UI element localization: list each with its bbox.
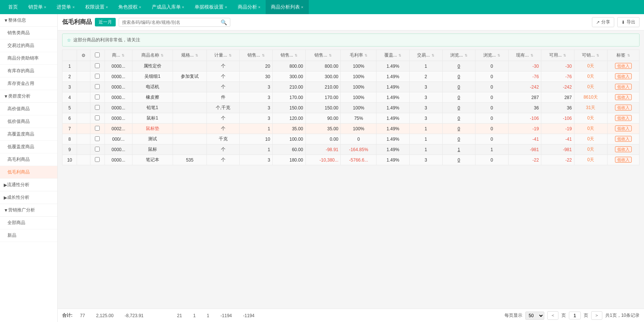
row-checkbox[interactable] [95,74,100,79]
col-checkbox[interactable] [90,50,105,61]
nav-close-icon[interactable]: × [258,5,260,9]
sidebar-item-新品[interactable]: 新品 [0,229,57,242]
row-sales-profit: -10,380... [305,155,341,165]
share-button[interactable]: ↗ 分享 [592,17,614,27]
sidebar-group-流通性分析[interactable]: ▶流通性分析 [0,179,57,191]
sidebar-group-整体信息[interactable]: ▼整体信息 [0,14,57,27]
nav-close-icon[interactable]: × [139,5,141,9]
nav-close-icon[interactable]: × [225,5,227,9]
sidebar-item-低毛利商品[interactable]: 低毛利商品 [0,166,57,179]
sort-icon-name[interactable]: ⇅ [160,54,164,57]
export-icon: ⬇ [621,20,625,25]
sidebar-item-有库存的商品[interactable]: 有库存的商品 [0,65,57,77]
nav-item-首页[interactable]: 首页 [3,0,23,14]
sidebar-item-高覆盖度商品[interactable]: 高覆盖度商品 [0,128,57,141]
row-checkbox[interactable] [95,105,100,110]
row-checkbox[interactable] [95,147,100,152]
row-sales-profit: 210.00 [305,82,341,92]
row-checkbox[interactable] [95,157,100,162]
nav-item-权限设置[interactable]: 权限设置 × [80,0,113,14]
sort-icon-sales_qty[interactable]: ⇅ [261,54,265,57]
sort-icon-gross_margin[interactable]: ⇅ [364,54,368,57]
export-button[interactable]: ⬇ 导出 [617,17,640,27]
row-available: -76 [541,71,574,82]
row-coverage: 1.49% [377,155,410,165]
sort-icon-code[interactable]: ⇅ [121,54,125,57]
nav-close-icon[interactable]: × [182,5,184,9]
nav-item-进货单[interactable]: 进货单 × [51,0,80,14]
sort-icon-coverage[interactable]: ⇅ [398,54,402,57]
nav-close-icon[interactable]: × [72,5,74,9]
row-views1-link[interactable]: 0 [458,137,460,142]
current-page-input[interactable] [569,312,581,319]
sort-icon-saleable[interactable]: ⇅ [596,54,600,57]
sort-icon-sales_profit[interactable]: ⇅ [328,54,332,57]
row-views1-link[interactable]: 0 [458,116,460,121]
row-checkbox[interactable] [95,115,100,120]
nav-close-icon[interactable]: × [301,5,303,9]
row-current-stock: -242 [508,82,541,92]
sort-icon-current_stock[interactable]: ⇅ [529,54,534,57]
nav-item-销货单[interactable]: 销货单 × [23,0,51,14]
prev-page-button[interactable]: ＜ [547,311,558,320]
nav-item-角色授权[interactable]: 角色授权 × [113,0,146,14]
col-settings[interactable]: ⚙ [77,50,90,61]
row-checkbox[interactable] [95,126,100,131]
sort-icon-views1[interactable]: ⇅ [464,54,468,57]
sidebar-item-低价值商品[interactable]: 低价值商品 [0,115,57,128]
row-views1-link[interactable]: 1 [458,147,460,152]
row-code: 0000... [105,92,132,103]
row-checkbox[interactable] [95,63,100,68]
row-views1-link[interactable]: 0 [458,126,460,131]
sort-icon-transaction[interactable]: ⇅ [430,54,435,57]
row-views1-link[interactable]: 0 [458,105,460,111]
sort-icon-sales_amt[interactable]: ⇅ [294,54,298,57]
row-available: -41 [541,134,574,144]
row-sales-amt: 300.00 [273,71,306,82]
nav-item-单据模板设置[interactable]: 单据模板设置 × [189,0,232,14]
sidebar-item-商品分类助销率[interactable]: 商品分类助销率 [0,52,57,65]
row-views1-link[interactable]: 0 [458,64,460,69]
sidebar-item-高价值商品[interactable]: 高价值商品 [0,103,57,115]
row-transaction: 3 [409,82,442,92]
row-checkbox[interactable] [95,95,100,99]
row-tag: 低收入 [607,155,639,165]
row-views1-link[interactable]: 0 [458,157,460,163]
row-views1-link[interactable]: 0 [458,95,460,100]
row-checkbox[interactable] [95,84,100,89]
row-views1-link[interactable]: 0 [458,74,460,79]
row-checkbox[interactable] [95,136,100,141]
nav-item-商品分析[interactable]: 商品分析 × [233,0,266,14]
row-spec [173,82,207,92]
sidebar-group-类群度分析[interactable]: ▼类群度分析 [0,90,57,103]
sidebar-group-成长性分析[interactable]: ▶成长性分析 [0,191,57,204]
sort-icon-views2[interactable]: ⇅ [497,54,501,57]
sort-icon-tag[interactable]: ⇅ [626,54,630,57]
col-current_stock: 现有... ⇅ [508,50,541,61]
sort-icon-spec[interactable]: ⇅ [195,54,199,57]
sort-icon-available[interactable]: ⇅ [563,54,567,57]
sidebar-item-库存资金占用[interactable]: 库存资金占用 [0,77,57,90]
page-size-select[interactable]: 102050100 [525,312,544,320]
sidebar-item-销售类商品[interactable]: 销售类商品 [0,27,57,39]
row-tag: 低收入 [607,61,639,71]
col-no [63,50,77,61]
row-views1-link[interactable]: 0 [458,85,460,90]
nav-item-商品分析列表[interactable]: 商品分析列表 × [266,0,308,14]
select-all-checkbox[interactable] [95,52,100,57]
next-page-button[interactable]: ＞ [591,311,602,320]
sidebar-item-低覆盖度商品[interactable]: 低覆盖度商品 [0,141,57,153]
row-views1: 0 [442,61,475,71]
sort-icon-unit[interactable]: ⇅ [228,54,232,57]
sidebar-item-高毛利商品[interactable]: 高毛利商品 [0,153,57,166]
sidebar-item-交易过的商品[interactable]: 交易过的商品 [0,39,57,52]
footer-sales-amt: 2,125.00 [96,313,113,318]
sidebar-group-营销推广分析[interactable]: ▼营销推广分析 [0,204,57,217]
row-coverage: 1.49% [377,82,410,92]
nav-item-产成品入库单[interactable]: 产成品入库单 × [147,0,189,14]
search-input[interactable] [122,20,219,25]
nav-close-icon[interactable]: × [106,5,108,9]
sidebar-item-全部商品[interactable]: 全部商品 [0,217,57,229]
period-button[interactable]: 近一月 [95,18,116,26]
nav-close-icon[interactable]: × [44,5,46,9]
